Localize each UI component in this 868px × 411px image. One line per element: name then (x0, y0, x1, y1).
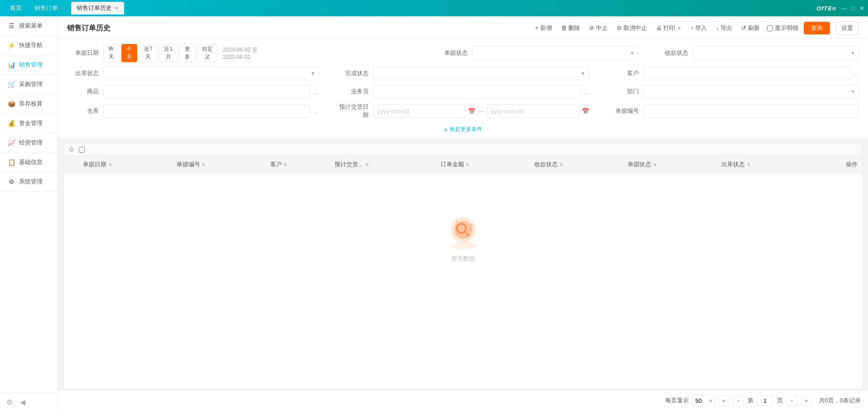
tab-sales-order-history-close[interactable]: ✕ (115, 5, 119, 11)
complete-status-label: 完成状态 (337, 69, 373, 77)
display-details-input[interactable] (767, 25, 773, 31)
sidebar-item-search-menu[interactable]: ☰ 搜索菜单 (0, 16, 58, 36)
table-header-row: 单据日期 ⇅ 单据编号 ⇅ 客户 ⇅ 预计交货... (64, 156, 862, 173)
filter-row-3: 商品 … 业务员 … 部门 ▼ (67, 85, 859, 98)
filter-area: 单据日期 昨天 今天 近7天 近1月 更多 自定义 2023-06-02 至 2… (58, 39, 868, 139)
customer-input[interactable] (643, 67, 850, 80)
first-page-button[interactable]: « (719, 395, 729, 406)
tab-sales-order[interactable]: 销售订单 ✕ (29, 2, 70, 15)
export-button[interactable]: ↓ 导出 (714, 23, 734, 33)
maximize-button[interactable]: □ (851, 5, 855, 12)
select-all-checkbox[interactable] (79, 147, 85, 153)
data-table: 单据日期 ⇅ 单据编号 ⇅ 客户 ⇅ 预计交货... (64, 156, 862, 290)
department-select[interactable] (643, 85, 859, 98)
th-doc-number-label: 单据编号 (177, 161, 200, 168)
date-label: 单据日期 (67, 49, 103, 57)
warehouse-input[interactable] (103, 104, 310, 118)
date-btn-yesterday[interactable]: 昨天 (103, 44, 120, 62)
sidebar-item-finance-label: 资金管理 (19, 119, 43, 127)
page-header: 销售订单历史 + 新增 🗑 删除 ⊘ 中止 ⊘ 取消中止 🖨 打印 ▼ ↑ 导入… (58, 16, 868, 39)
tab-home[interactable]: 首页 (4, 2, 28, 15)
tab-sales-order-history[interactable]: 销售订单历史 ✕ (71, 2, 124, 15)
sidebar-settings-icon[interactable]: ⚙ (6, 398, 13, 406)
table-body: 暂无数据 (64, 173, 862, 290)
settings-button[interactable]: 设置 (835, 22, 859, 34)
sidebar-item-quick-nav-label: 快捷导航 (19, 41, 43, 49)
tab-home-label: 首页 (10, 4, 22, 12)
salesperson-dots[interactable]: … (583, 88, 589, 95)
import-button[interactable]: ↑ 导入 (689, 23, 709, 33)
print-dropdown-icon[interactable]: ▼ (677, 26, 681, 31)
filter-row-1: 单据日期 昨天 今天 近7天 近1月 更多 自定义 2023-06-02 至 2… (67, 44, 859, 62)
th-outbound-status[interactable]: 出库状态 ⇅ (717, 156, 810, 173)
th-doc-date[interactable]: 单据日期 ⇅ (78, 156, 172, 173)
collapse-label: 收起更多条件 (450, 126, 482, 133)
top-bar-right: OfTEn — □ ✕ (816, 5, 864, 12)
empty-icon (441, 209, 486, 255)
stop-button[interactable]: ⊘ 中止 (587, 23, 609, 33)
date-btn-more[interactable]: 更多 (179, 44, 196, 62)
th-order-amount[interactable]: 订单金额 ⇅ (436, 156, 530, 173)
sidebar-item-finance[interactable]: 💰 资金管理 (0, 114, 58, 133)
empty-row: 暂无数据 (64, 173, 862, 290)
order-status-select[interactable] (472, 46, 638, 60)
th-customer[interactable]: 客户 ⇅ (266, 156, 331, 173)
goods-input[interactable] (103, 85, 310, 98)
system-icon: ⚙ (7, 178, 15, 185)
calendar-icon-from[interactable]: 📅 (468, 108, 475, 115)
print-button[interactable]: 🖨 打印 ▼ (654, 23, 684, 33)
payment-status-select[interactable] (693, 46, 859, 60)
salesperson-input[interactable] (373, 85, 580, 98)
sidebar-item-system[interactable]: ⚙ 系统管理 (0, 172, 58, 192)
sidebar-item-sales-mgmt[interactable]: 📊 销售管理 (0, 55, 58, 75)
th-doc-number[interactable]: 单据编号 ⇅ (172, 156, 266, 173)
query-button[interactable]: 查询 (804, 22, 830, 34)
collapse-row[interactable]: ∧ 收起更多条件 (67, 124, 859, 133)
next-page-button[interactable]: › (786, 395, 797, 406)
date-separator: — (478, 108, 484, 115)
close-button[interactable]: ✕ (859, 5, 864, 12)
sidebar-item-sales-mgmt-label: 销售管理 (19, 61, 43, 69)
page-number-input[interactable] (757, 395, 773, 406)
customer-label: 客户 (607, 69, 643, 77)
sidebar-item-quick-nav[interactable]: ⚡ 快捷导航 (0, 36, 58, 55)
last-page-button[interactable]: » (801, 395, 812, 406)
th-expected-date[interactable]: 预计交货... ⇅ (330, 156, 436, 173)
sidebar-collapse-icon[interactable]: ◀ (20, 398, 25, 406)
expected-date-from[interactable] (373, 104, 465, 118)
delete-button[interactable]: 🗑 删除 (559, 23, 582, 33)
table-settings-icon[interactable]: ⚙ (68, 146, 74, 153)
tab-sales-order-close[interactable]: ✕ (61, 5, 65, 11)
goods-dots[interactable]: … (313, 88, 319, 95)
date-btn-7days[interactable]: 近7天 (139, 44, 157, 62)
order-number-input[interactable] (643, 104, 859, 118)
expected-date-to[interactable] (487, 104, 579, 118)
new-button[interactable]: + 新增 (533, 23, 554, 33)
tab-sales-order-label: 销售订单 (34, 4, 58, 12)
quick-nav-icon: ⚡ (7, 42, 15, 49)
sidebar-item-basic-info[interactable]: 📋 基础信息 (0, 153, 58, 172)
date-btn-custom[interactable]: 自定义 (197, 44, 217, 62)
sort-icon-payment-status: ⇅ (559, 162, 563, 167)
sidebar-item-operations[interactable]: 📈 经营管理 (0, 133, 58, 153)
calendar-icon-to[interactable]: 📅 (582, 108, 589, 115)
warehouse-dots[interactable]: … (313, 108, 319, 115)
display-details-checkbox[interactable]: 显示明细 (767, 24, 798, 32)
page-size-select[interactable]: 50 10 20 100 (692, 395, 715, 406)
sidebar-item-purchase-mgmt[interactable]: 🛒 采购管理 (0, 75, 58, 94)
customer-dots[interactable]: … (853, 70, 859, 77)
th-payment-status[interactable]: 收款状态 ⇅ (530, 156, 623, 173)
date-btn-1month[interactable]: 近1月 (159, 44, 177, 62)
date-btn-today[interactable]: 今天 (121, 44, 138, 62)
th-doc-status[interactable]: 单据状态 ⇅ (623, 156, 717, 173)
sidebar-item-inventory[interactable]: 📦 库存核算 (0, 94, 58, 114)
th-checkbox (64, 156, 78, 173)
minimize-button[interactable]: — (841, 5, 847, 12)
pagination: 每页显示 50 10 20 100 ▼ « ‹ 第 页 › » 共0页，0条记录 (58, 390, 868, 411)
complete-status-select[interactable] (373, 67, 589, 80)
cancel-stop-button[interactable]: ⊘ 取消中止 (615, 23, 649, 33)
refresh-button[interactable]: ↺ 刷新 (739, 23, 762, 33)
warehouse-label: 仓库 (67, 107, 103, 115)
prev-page-button[interactable]: ‹ (733, 395, 744, 406)
outbound-status-select[interactable] (103, 67, 319, 80)
